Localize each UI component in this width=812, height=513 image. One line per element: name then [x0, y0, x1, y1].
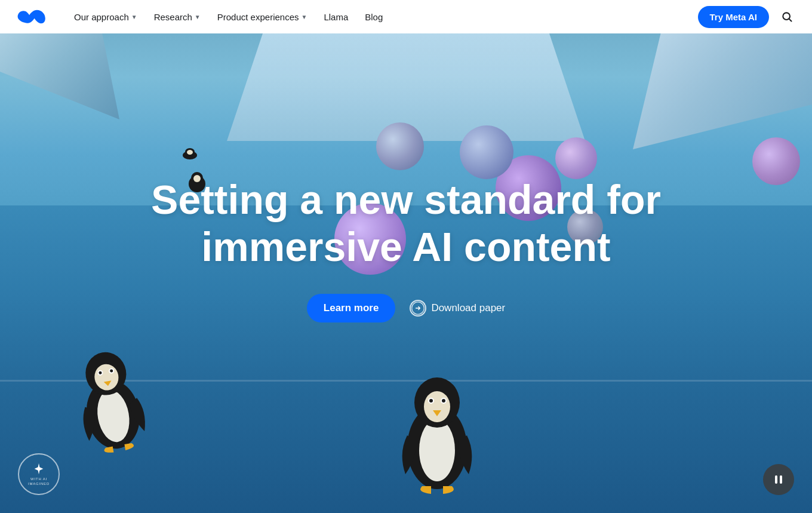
navbar-right: Try Meta AI	[698, 6, 798, 28]
meta-logo[interactable]	[14, 8, 48, 25]
navbar-left: Our approach ▼ Research ▼ Product experi…	[14, 7, 390, 27]
chevron-down-icon: ▼	[195, 14, 201, 20]
ai-imagined-badge: WITH AIIMAGINED	[18, 453, 60, 495]
chevron-down-icon: ▼	[131, 14, 137, 20]
hero-section: Setting a new standard for immersive AI …	[0, 0, 812, 513]
sparkle-star-icon	[32, 462, 45, 475]
navbar: Our approach ▼ Research ▼ Product experi…	[0, 0, 812, 33]
hero-content: Setting a new standard for immersive AI …	[0, 33, 812, 513]
pause-bar-right	[780, 475, 782, 484]
nav-item-our-approach[interactable]: Our approach ▼	[67, 7, 144, 27]
pause-video-button[interactable]	[763, 464, 794, 495]
learn-more-button[interactable]: Learn more	[307, 294, 396, 322]
try-meta-ai-button[interactable]: Try Meta AI	[698, 6, 769, 28]
download-paper-button[interactable]: Download paper	[410, 300, 505, 317]
arrow-icon	[410, 300, 426, 317]
ai-badge-inner: WITH AIIMAGINED	[28, 462, 50, 487]
pause-icon	[775, 475, 782, 484]
nav-item-llama[interactable]: Llama	[316, 7, 355, 27]
pause-bar-left	[775, 475, 777, 484]
nav-item-product-experiences[interactable]: Product experiences ▼	[210, 7, 315, 27]
chevron-down-icon: ▼	[302, 14, 307, 20]
nav-item-blog[interactable]: Blog	[358, 7, 390, 27]
nav-links: Our approach ▼ Research ▼ Product experi…	[67, 7, 390, 27]
hero-buttons: Learn more Download paper	[307, 294, 505, 322]
search-button[interactable]	[776, 6, 798, 27]
hero-title: Setting a new standard for immersive AI …	[151, 176, 661, 269]
search-icon	[781, 11, 793, 23]
svg-line-1	[789, 19, 792, 21]
nav-item-research[interactable]: Research ▼	[147, 7, 208, 27]
